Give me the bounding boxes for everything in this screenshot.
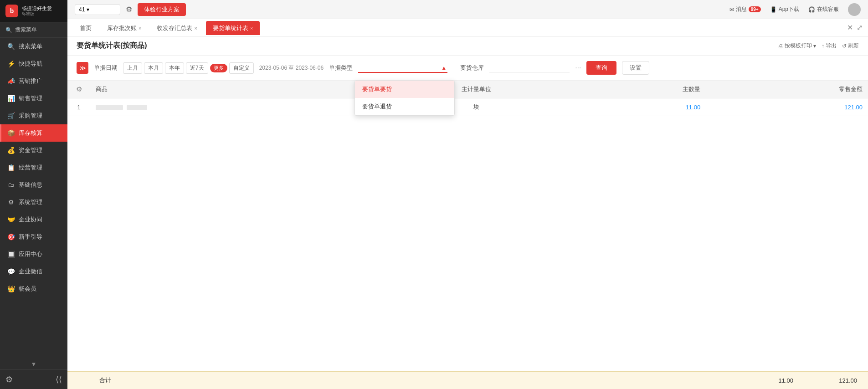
dropdown-item-order[interactable]: 要货单要货 xyxy=(355,81,454,98)
message-item[interactable]: ✉ 消息 99+ xyxy=(729,5,761,13)
sidebar-item-appstore[interactable]: 🔲应用中心 xyxy=(0,246,67,263)
footer-amount: 121.00 xyxy=(799,377,863,384)
sidebar-item-members[interactable]: 👑畅会员 xyxy=(0,280,67,297)
sidebar-item-marketing[interactable]: 📣营销推广 xyxy=(0,72,67,90)
tab-close-icon[interactable]: × xyxy=(250,26,253,31)
sidebar-item-label: 应用中心 xyxy=(19,250,42,258)
export-btn[interactable]: ↑ 导出 xyxy=(822,42,837,50)
sales-icon: 📊 xyxy=(7,95,15,102)
refresh-btn[interactable]: ↺ 刷新 xyxy=(842,42,859,50)
tab-label: 首页 xyxy=(80,24,92,32)
sidebar-search[interactable]: 🔍 搜索菜单 xyxy=(0,22,67,38)
table-wrap: ⚙ 商品 主计量单位 主数量 零售金额 1 块 11.00 121. xyxy=(67,81,868,371)
type-dropdown-arrow-icon[interactable]: ▲ xyxy=(441,65,447,71)
date-range: 2023-05-06 至 2023-06-06 xyxy=(259,64,324,72)
sidebar-item-purchase[interactable]: 🛒采购管理 xyxy=(0,107,67,124)
sidebar-item-label: 经营管理 xyxy=(19,164,42,172)
sidebar-item-quick-nav[interactable]: ⚡快捷导航 xyxy=(0,55,67,72)
filter-expand-btn[interactable]: ≫ xyxy=(77,62,88,74)
settings-icon[interactable]: ⚙ xyxy=(5,374,13,384)
date-btn-last-month[interactable]: 上月 xyxy=(123,62,142,74)
page-content: 要货单统计表(按商品) 🖨 按模板打印 ▾ ↑ 导出 ↺ 刷新 xyxy=(67,36,868,389)
footer-quantity: 11.00 xyxy=(726,377,799,384)
sidebar-item-label: 资金管理 xyxy=(19,146,42,154)
search-icon: 🔍 xyxy=(5,27,12,33)
settings-button[interactable]: 设置 xyxy=(622,61,649,75)
sidebar-item-label: 系统管理 xyxy=(19,198,42,206)
header-bar: 41 ▾ ⚙ 体验行业方案 ✉ 消息 99+ 📱 App下载 🎧 在线客服 xyxy=(67,0,868,19)
tab-收发存汇总表[interactable]: 收发存汇总表× xyxy=(150,21,204,35)
date-filter-label: 单据日期 xyxy=(94,64,118,72)
logo-icon: b xyxy=(5,5,18,17)
trial-button[interactable]: 体验行业方案 xyxy=(138,3,186,16)
sidebar-item-label: 畅会员 xyxy=(19,285,36,293)
tab-close-icon[interactable]: × xyxy=(194,26,197,31)
date-btn-custom[interactable]: 自定义 xyxy=(229,62,254,74)
system-icon: ⚙ xyxy=(7,199,15,206)
sidebar-item-basic-info[interactable]: 🗂基础信息 xyxy=(0,176,67,194)
print-template-btn[interactable]: 🖨 按模板打印 ▾ xyxy=(778,42,816,50)
message-icon: ✉ xyxy=(729,6,734,13)
tab-首页[interactable]: 首页 xyxy=(73,21,98,35)
user-avatar[interactable] xyxy=(848,3,861,16)
members-icon: 👑 xyxy=(7,285,15,292)
sidebar-item-label: 销售管理 xyxy=(19,94,42,102)
sidebar-item-operations[interactable]: 📋经营管理 xyxy=(0,159,67,176)
date-btn-7days[interactable]: 近7天 xyxy=(186,62,208,74)
app-download-item[interactable]: 📱 App下载 xyxy=(770,5,799,13)
type-filter-input[interactable] xyxy=(358,63,447,73)
expand-tab-icon[interactable]: ⤢ xyxy=(857,23,863,32)
refresh-icon: ↺ xyxy=(842,43,847,49)
printer-icon: 🖨 xyxy=(778,43,783,49)
close-all-icon[interactable]: ✕ xyxy=(847,23,853,32)
tabs-right: ✕ ⤢ xyxy=(847,23,863,32)
tab-close-icon[interactable]: × xyxy=(139,26,141,31)
tab-label: 要货单统计表 xyxy=(213,24,248,32)
filter-row: ≫ 单据日期 上月 本月 本年 近7天 更多 自定义 2023-05-06 至 … xyxy=(77,61,859,75)
sidebar-item-wecom[interactable]: 💬企业微信 xyxy=(0,263,67,280)
more-filters-dots[interactable]: ··· xyxy=(575,64,581,72)
sidebar-item-label: 库存核算 xyxy=(19,129,42,137)
dropdown-arrow-icon: ▾ xyxy=(87,6,89,13)
date-btn-this-year[interactable]: 本年 xyxy=(165,62,184,74)
table-row: 1 块 11.00 121.00 xyxy=(67,98,868,116)
cell-index: 1 xyxy=(67,98,90,116)
sidebar-item-search[interactable]: 🔍搜索菜单 xyxy=(0,38,67,55)
date-more-btn[interactable]: 更多 xyxy=(210,64,227,72)
sidebar-item-label: 采购管理 xyxy=(19,112,42,120)
finance-icon: 💰 xyxy=(7,147,15,154)
header-settings-icon[interactable]: ⚙ xyxy=(126,5,132,14)
warehouse-filter-input[interactable] xyxy=(489,63,570,72)
collapse-icon[interactable]: ⟨⟨ xyxy=(56,374,62,384)
sidebar-nav: 🔍搜索菜单⚡快捷导航📣营销推广📊销售管理🛒采购管理📦库存核算💰资金管理📋经营管理… xyxy=(0,38,67,359)
query-button[interactable]: 查询 xyxy=(586,61,616,75)
header-search[interactable]: 41 ▾ xyxy=(75,4,120,15)
dropdown-item-return[interactable]: 要货单退货 xyxy=(355,98,454,115)
sidebar-item-system[interactable]: ⚙系统管理 xyxy=(0,194,67,211)
export-icon: ↑ xyxy=(822,43,824,49)
page-title: 要货单统计表(按商品) xyxy=(77,41,147,51)
sidebar: b 畅捷通好生意 标准版 🔍 搜索菜单 🔍搜索菜单⚡快捷导航📣营销推广📊销售管理… xyxy=(0,0,67,389)
tab-库存批次账[interactable]: 库存批次账× xyxy=(100,21,148,35)
appstore-icon: 🔲 xyxy=(7,251,15,258)
purchase-icon: 🛒 xyxy=(7,112,15,119)
sidebar-item-finance[interactable]: 💰资金管理 xyxy=(0,142,67,159)
service-item[interactable]: 🎧 在线客服 xyxy=(808,5,839,13)
sidebar-scroll-down[interactable]: ▼ xyxy=(0,359,67,369)
print-chevron-icon: ▾ xyxy=(813,43,816,49)
sidebar-item-label: 企业微信 xyxy=(19,267,42,276)
date-btn-this-month[interactable]: 本月 xyxy=(144,62,163,74)
marketing-icon: 📣 xyxy=(7,77,15,85)
sidebar-item-sales[interactable]: 📊销售管理 xyxy=(0,90,67,107)
column-settings-icon[interactable]: ⚙ xyxy=(76,85,82,93)
tab-要货单统计表[interactable]: 要货单统计表× xyxy=(206,21,260,35)
main-content: 41 ▾ ⚙ 体验行业方案 ✉ 消息 99+ 📱 App下载 🎧 在线客服 首页… xyxy=(67,0,868,389)
col-amount: 零售金额 xyxy=(706,81,868,98)
type-dropdown-popup: 要货单要货 要货单退货 xyxy=(354,80,455,116)
sidebar-item-inventory[interactable]: 📦库存核算 xyxy=(0,124,67,142)
date-btns: 上月 本月 本年 近7天 更多 自定义 xyxy=(123,62,254,74)
guide-icon: 🎯 xyxy=(7,233,15,241)
sidebar-item-guide[interactable]: 🎯新手引导 xyxy=(0,228,67,246)
sidebar-item-coop[interactable]: 🤝企业协同 xyxy=(0,211,67,228)
sidebar-bottom: ⚙ ⟨⟨ xyxy=(0,369,67,389)
